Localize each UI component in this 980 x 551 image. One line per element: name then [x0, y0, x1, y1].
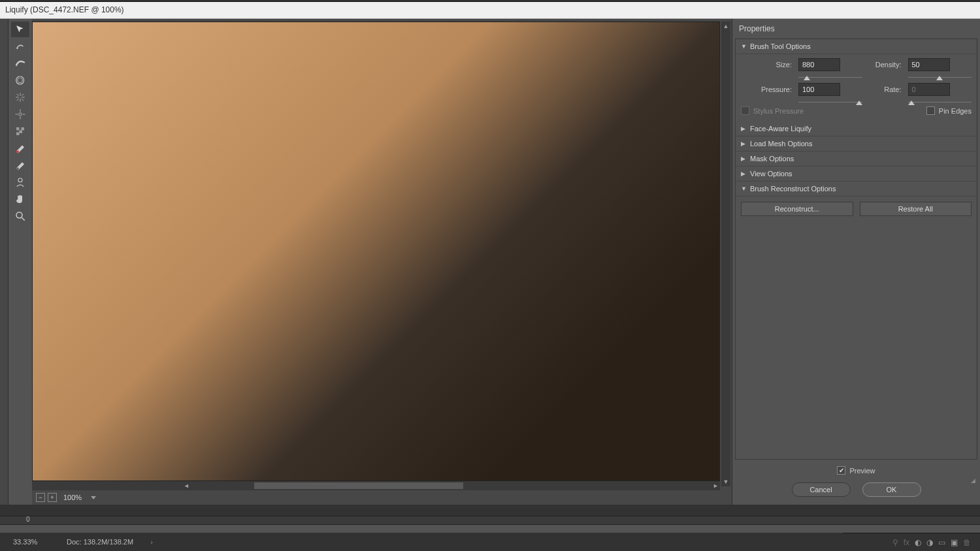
view-options-header[interactable]: ▶ View Options: [736, 166, 977, 181]
svg-point-0: [16, 48, 18, 49]
properties-title: Properties: [732, 19, 980, 36]
size-slider-thumb[interactable]: [804, 76, 810, 80]
face-tool[interactable]: [11, 174, 29, 190]
horizontal-scrollbar[interactable]: ◄ ►: [32, 481, 720, 490]
preview-canvas[interactable]: [32, 22, 720, 481]
adjustment-icon[interactable]: ◑: [926, 538, 933, 547]
svg-line-7: [17, 99, 19, 101]
svg-rect-16: [22, 127, 25, 131]
status-bar: 33.33% Doc: 138.2M/138.2M ›: [0, 533, 980, 551]
rate-input: [908, 83, 950, 96]
hand-tool[interactable]: [11, 191, 29, 207]
preview-checkbox[interactable]: [837, 466, 845, 475]
restore-all-button[interactable]: Restore All: [860, 202, 972, 216]
triangle-down-icon: ▼: [741, 185, 746, 192]
link-icon[interactable]: ⚲: [892, 538, 898, 547]
density-slider-thumb[interactable]: [936, 76, 943, 80]
dialog-title: Liquify (DSC_4472.NEF @ 100%): [0, 2, 980, 19]
svg-rect-18: [16, 151, 19, 153]
ruler-zero: 0: [26, 516, 30, 523]
size-label: Size:: [741, 61, 794, 69]
mask-options-header[interactable]: ▶ Mask Options: [736, 151, 977, 166]
svg-line-22: [22, 217, 25, 221]
load-mesh-label: Load Mesh Options: [750, 140, 812, 148]
pressure-label: Pressure:: [741, 86, 794, 93]
preview-label: Preview: [849, 467, 875, 475]
density-input[interactable]: [908, 58, 950, 71]
zoom-dropdown-icon[interactable]: [91, 496, 96, 499]
ruler: 0: [0, 516, 980, 525]
liquify-toolbar: [8, 19, 32, 505]
view-options-label: View Options: [750, 170, 792, 178]
push-left-tool[interactable]: [11, 123, 29, 139]
bloat-tool[interactable]: [11, 106, 29, 122]
resize-grip-icon[interactable]: ◢: [971, 477, 979, 485]
svg-point-21: [16, 212, 22, 218]
zoom-out-button[interactable]: −: [36, 493, 45, 502]
pin-edges-label: Pin Edges: [939, 107, 972, 115]
svg-line-8: [22, 99, 24, 101]
svg-point-20: [18, 178, 22, 182]
zoom-tool[interactable]: [11, 208, 29, 224]
svg-point-9: [19, 113, 22, 116]
freeze-mask-tool[interactable]: [11, 140, 29, 156]
svg-rect-15: [20, 131, 23, 134]
mask-options-label: Mask Options: [750, 155, 794, 163]
rate-label: Rate:: [866, 86, 904, 93]
rate-slider[interactable]: [908, 102, 972, 102]
svg-rect-14: [16, 127, 20, 131]
forward-warp-tool[interactable]: [11, 22, 29, 37]
svg-rect-19: [16, 168, 19, 170]
trash-icon[interactable]: 🗑: [963, 538, 971, 547]
face-aware-header[interactable]: ▶ Face-Aware Liquify: [736, 121, 977, 136]
pucker-tool[interactable]: [11, 89, 29, 105]
density-label: Density:: [866, 61, 904, 69]
svg-line-5: [17, 94, 19, 96]
load-mesh-header[interactable]: ▶ Load Mesh Options: [736, 136, 977, 151]
scroll-thumb[interactable]: [254, 482, 463, 489]
triangle-right-icon: ▶: [741, 170, 746, 177]
triangle-right-icon: ▶: [741, 125, 746, 132]
triangle-right-icon: ▶: [741, 140, 746, 147]
chevron-right-icon[interactable]: ›: [150, 538, 153, 546]
scroll-right-arrow[interactable]: ►: [711, 481, 720, 490]
status-zoom[interactable]: 33.33%: [13, 538, 52, 546]
properties-panel: Properties ▼ Brush Tool Options Size: De…: [732, 19, 980, 505]
fx-icon[interactable]: fx: [904, 538, 909, 547]
reconstruct-tool[interactable]: [11, 39, 29, 54]
brush-tool-options-header[interactable]: ▼ Brush Tool Options: [736, 39, 977, 54]
cancel-button[interactable]: Cancel: [792, 482, 851, 497]
scroll-up-arrow[interactable]: ▲: [722, 22, 730, 31]
left-gutter: [0, 19, 8, 505]
brush-reconstruct-header[interactable]: ▼ Brush Reconstruct Options: [736, 181, 977, 197]
thaw-mask-tool[interactable]: [11, 157, 29, 173]
stylus-pressure-label: Stylus Pressure: [753, 107, 804, 115]
pin-edges-checkbox[interactable]: [926, 106, 935, 115]
pressure-slider-thumb[interactable]: [856, 101, 862, 105]
zoom-in-button[interactable]: +: [48, 493, 57, 502]
status-doc-size: Doc: 138.2M/138.2M: [67, 538, 133, 546]
ok-button[interactable]: OK: [862, 482, 921, 497]
scroll-down-arrow[interactable]: ▼: [722, 477, 730, 486]
pressure-slider[interactable]: [798, 102, 862, 102]
pressure-input[interactable]: [798, 83, 840, 96]
twirl-tool[interactable]: [11, 72, 29, 88]
zoom-value[interactable]: 100%: [59, 494, 88, 501]
svg-line-6: [22, 94, 24, 96]
triangle-right-icon: ▶: [741, 155, 746, 162]
new-layer-icon[interactable]: ▣: [951, 538, 958, 547]
group-icon[interactable]: ▭: [938, 538, 945, 547]
rate-slider-thumb[interactable]: [908, 101, 915, 105]
stylus-pressure-checkbox: [741, 106, 749, 115]
brush-tool-options-label: Brush Tool Options: [750, 42, 811, 50]
face-aware-label: Face-Aware Liquify: [750, 125, 811, 133]
reconstruct-button[interactable]: Reconstruct...: [741, 202, 853, 216]
mask-icon[interactable]: ◐: [915, 538, 921, 547]
svg-rect-17: [16, 133, 20, 136]
scroll-left-arrow[interactable]: ◄: [182, 481, 191, 490]
size-input[interactable]: [798, 58, 840, 71]
brush-reconstruct-label: Brush Reconstruct Options: [750, 185, 836, 193]
triangle-down-icon: ▼: [741, 43, 746, 50]
smooth-tool[interactable]: [11, 55, 29, 71]
vertical-scrollbar[interactable]: ▲ ▼: [721, 22, 730, 486]
